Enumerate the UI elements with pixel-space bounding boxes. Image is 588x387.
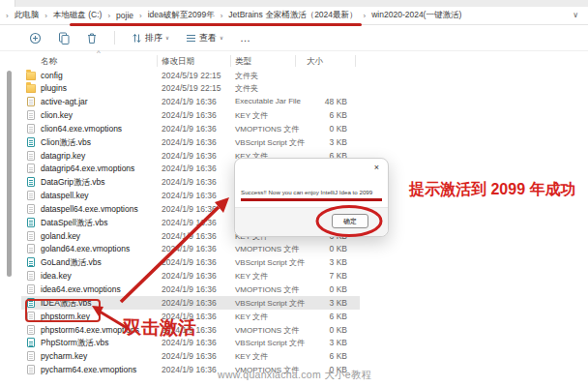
file-date: 2024/1/9 16:36 bbox=[162, 164, 217, 173]
file-date: 2024/1/9 16:36 bbox=[162, 191, 217, 200]
breadcrumb-separator-icon: › bbox=[44, 12, 47, 20]
nav-pane-scrollbar[interactable] bbox=[7, 71, 12, 277]
sort-button[interactable]: 排序 ∨ bbox=[132, 32, 169, 45]
ok-button[interactable]: 确定 bbox=[332, 214, 368, 228]
file-row[interactable]: config2024/5/19 22:15文件夹 bbox=[21, 69, 360, 82]
file-date: 2024/1/9 16:36 bbox=[162, 365, 217, 374]
file-size: 7 KB bbox=[287, 271, 347, 281]
new-item-button[interactable] bbox=[29, 32, 42, 45]
vbs-icon bbox=[27, 257, 35, 267]
column-separator[interactable] bbox=[295, 55, 296, 67]
selected-file-red-box-annotation bbox=[25, 299, 101, 322]
delete-button[interactable] bbox=[86, 32, 98, 45]
key-icon bbox=[27, 191, 35, 200]
file-name: plugins bbox=[41, 83, 67, 93]
toolbar-divider bbox=[114, 31, 115, 45]
breadcrumb-item[interactable]: JetBrains 全家桶激活（2024最新） bbox=[228, 10, 357, 21]
more-options-button[interactable]: … bbox=[240, 32, 251, 44]
file-size: 6 KB bbox=[287, 110, 347, 120]
file-row[interactable]: goland64.exe.vmoptions2024/1/9 16:36VMOP… bbox=[21, 243, 360, 256]
file-name: pycharm.key bbox=[41, 351, 87, 361]
file-name: dataspell.key bbox=[41, 191, 89, 200]
file-date: 2024/1/9 16:36 bbox=[162, 284, 217, 294]
file-row[interactable]: GoLand激活.vbs2024/1/9 16:36VBScript Scrip… bbox=[21, 256, 360, 270]
file-name: Clion激活.vbs bbox=[41, 137, 91, 149]
file-size: 3 KB bbox=[287, 338, 347, 347]
file-date: 2024/1/9 16:36 bbox=[162, 351, 217, 361]
file-size: 0 KB bbox=[287, 284, 347, 294]
vbs-icon bbox=[27, 338, 35, 347]
breadcrumb-red-underline-annotation bbox=[70, 23, 362, 26]
file-size: 48 KB bbox=[287, 97, 347, 106]
column-separator[interactable] bbox=[230, 55, 231, 67]
file-name: datagrip64.exe.vmoptions bbox=[41, 164, 134, 173]
view-button[interactable]: 查看 ∨ bbox=[186, 32, 223, 45]
key-icon bbox=[27, 231, 35, 241]
close-icon[interactable]: × bbox=[374, 164, 379, 172]
file-size: 0 KB bbox=[287, 325, 347, 335]
window-top-strip bbox=[0, 0, 588, 7]
file-size: 3 KB bbox=[287, 257, 347, 267]
breadcrumb-item[interactable]: idea破解至2099年 bbox=[148, 10, 215, 21]
file-row[interactable]: Clion激活.vbs2024/1/9 16:36VBScript Script… bbox=[21, 135, 360, 149]
file-name: dataspell64.exe.vmoptions bbox=[41, 204, 138, 214]
dialog-red-underline-annotation bbox=[241, 198, 382, 201]
folder-icon bbox=[26, 84, 36, 93]
file-size: 6 KB bbox=[287, 312, 347, 321]
file-size: 3 KB bbox=[287, 298, 347, 308]
file-row[interactable]: pycharm.key2024/1/9 16:36KEY 文件6 KB bbox=[21, 350, 360, 364]
breadcrumb-item[interactable]: win2020-2024(一键激活) bbox=[371, 10, 461, 21]
file-row[interactable]: clion64.exe.vmoptions2024/1/9 16:36VMOPT… bbox=[21, 122, 360, 135]
file-type: KEY 文件 bbox=[235, 271, 268, 282]
file-row[interactable]: plugins2024/5/19 22:15文件夹 bbox=[21, 82, 360, 96]
copy-button[interactable] bbox=[58, 32, 70, 45]
file-row[interactable]: idea64.exe.vmoptions2024/1/9 16:36VMOPTI… bbox=[21, 283, 360, 297]
column-header-type[interactable]: 类型 bbox=[235, 56, 251, 68]
file-name: pycharm64.exe.vmoptions bbox=[41, 365, 136, 374]
jar-icon bbox=[27, 97, 35, 106]
column-header-size[interactable]: 大小 bbox=[307, 56, 323, 68]
file-date: 2024/1/9 16:36 bbox=[162, 177, 217, 187]
file-name: clion64.exe.vmoptions bbox=[41, 124, 122, 134]
file-name: datagrip.key bbox=[41, 151, 85, 161]
window-tab-fragment bbox=[0, 0, 15, 7]
file-date: 2024/1/9 16:36 bbox=[162, 124, 217, 134]
breadcrumb-item[interactable]: 本地磁盘 (C:) bbox=[53, 10, 103, 21]
file-date: 2024/1/9 16:36 bbox=[162, 298, 217, 308]
file-date: 2024/1/9 16:36 bbox=[162, 97, 217, 106]
sort-icon bbox=[132, 33, 142, 44]
file-row[interactable]: active-agt.jar2024/1/9 16:36Executable J… bbox=[21, 96, 360, 109]
file-date: 2024/1/9 16:36 bbox=[162, 231, 217, 241]
file-date: 2024/1/9 16:36 bbox=[162, 110, 217, 120]
breadcrumb-dropdown-icon[interactable]: ∨ bbox=[573, 11, 578, 19]
trash-icon bbox=[86, 32, 98, 45]
clipboard-icon bbox=[58, 32, 70, 45]
column-header-date[interactable]: 修改日期 bbox=[162, 56, 194, 68]
vmoptions-icon bbox=[27, 284, 35, 294]
file-date: 2024/1/9 16:36 bbox=[162, 244, 217, 253]
breadcrumb-item[interactable]: pojie bbox=[116, 11, 133, 20]
file-type: 文件夹 bbox=[235, 71, 258, 81]
column-header-name[interactable]: 名称 bbox=[41, 56, 57, 68]
breadcrumb-separator-icon: › bbox=[107, 12, 110, 20]
vbs-icon bbox=[27, 218, 35, 227]
file-date: 2024/1/9 16:36 bbox=[162, 151, 217, 161]
breadcrumb-item[interactable]: 此电脑 bbox=[15, 10, 40, 21]
vmoptions-icon bbox=[27, 204, 35, 214]
breadcrumb-separator-icon: › bbox=[220, 12, 223, 20]
column-separator[interactable] bbox=[355, 55, 356, 67]
file-name: goland.key bbox=[41, 231, 80, 241]
file-name: idea.key bbox=[41, 271, 72, 281]
column-separator[interactable] bbox=[157, 55, 158, 67]
file-name: goland64.exe.vmoptions bbox=[41, 244, 130, 253]
file-date: 2024/5/19 22:15 bbox=[162, 71, 220, 80]
file-name: DataSpell激活.vbs bbox=[41, 218, 107, 229]
file-size: 0 KB bbox=[287, 124, 347, 134]
explorer-window: ›此电脑›本地磁盘 (C:)›pojie›idea破解至2099年›JetBra… bbox=[0, 0, 588, 387]
file-date: 2024/1/9 16:36 bbox=[162, 137, 217, 147]
vbs-icon bbox=[27, 137, 35, 147]
breadcrumb-separator-icon: › bbox=[139, 12, 142, 20]
file-row[interactable]: idea.key2024/1/9 16:36KEY 文件7 KB bbox=[21, 270, 360, 283]
file-row[interactable]: clion.key2024/1/9 16:36KEY 文件6 KB bbox=[21, 109, 360, 123]
file-name: DataGrip激活.vbs bbox=[41, 177, 105, 189]
